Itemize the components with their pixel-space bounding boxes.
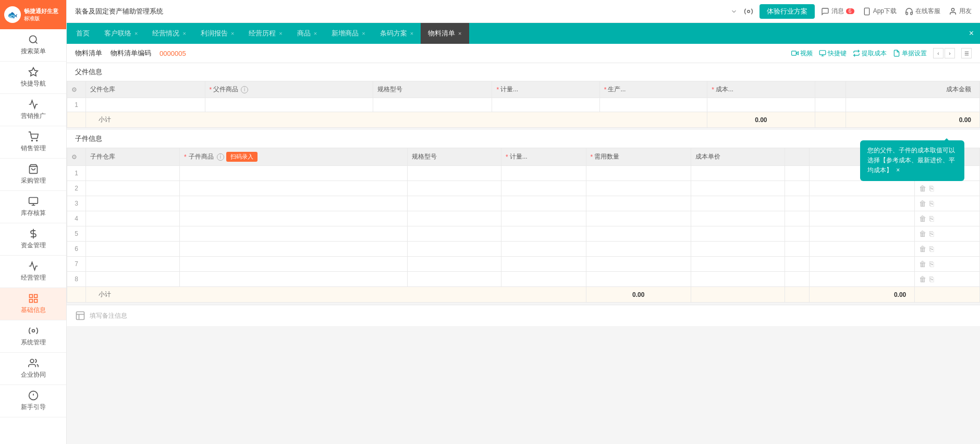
child-row-3-quantity[interactable] (586, 196, 691, 211)
parent-row-1-cost[interactable] (707, 98, 815, 112)
sidebar-item-inventory[interactable]: 库存核算 (0, 191, 66, 223)
child-row-1-warehouse[interactable] (86, 166, 180, 181)
child-row-7-unit-price[interactable] (691, 257, 785, 272)
sidebar-item-search[interactable]: 搜索菜单 (0, 29, 66, 62)
sidebar-item-system[interactable]: 系统管理 (0, 320, 66, 353)
child-row-7-measure[interactable] (501, 257, 586, 272)
child-row-4-spec[interactable] (407, 211, 501, 226)
child-row-7-delete-icon[interactable]: 🗑 (919, 260, 926, 268)
child-row-1-quantity[interactable] (586, 166, 691, 181)
next-arrow[interactable]: › (945, 48, 955, 58)
child-row-8-copy-icon[interactable]: ⎘ (929, 275, 934, 283)
child-row-3-warehouse[interactable] (86, 196, 180, 211)
child-row-6-spec[interactable] (407, 242, 501, 257)
child-row-2-unit-price[interactable] (691, 181, 785, 196)
child-row-5-product[interactable] (180, 226, 408, 242)
tab-new-product[interactable]: 新增商品 × (324, 23, 372, 44)
parent-row-1-product[interactable] (205, 98, 373, 112)
parent-product-info[interactable]: i (241, 86, 248, 93)
trial-button[interactable]: 体验行业方案 (760, 4, 815, 19)
single-settings-link[interactable]: 单据设置 (893, 49, 927, 58)
child-row-6-delete-icon[interactable]: 🗑 (919, 245, 926, 253)
tab-products-close[interactable]: × (314, 30, 317, 37)
prev-arrow[interactable]: ‹ (933, 48, 944, 58)
child-row-5-copy-icon[interactable]: ⎘ (929, 230, 934, 238)
child-row-7-quantity[interactable] (586, 257, 691, 272)
child-row-1-product[interactable] (180, 166, 408, 181)
child-row-8-spec[interactable] (407, 272, 501, 287)
view-link[interactable]: 视频 (791, 49, 813, 58)
child-row-3-unit-price[interactable] (691, 196, 785, 211)
child-row-5-unit-price[interactable] (691, 226, 785, 242)
sidebar-item-basic-info[interactable]: 基础信息 (0, 288, 66, 320)
online-service-button[interactable]: 在线客服 (905, 7, 940, 16)
child-row-5-spec[interactable] (407, 226, 501, 242)
child-row-2-warehouse[interactable] (86, 181, 180, 196)
sidebar-item-sales[interactable]: 销售管理 (0, 126, 66, 159)
child-row-7-spec[interactable] (407, 257, 501, 272)
child-row-8-warehouse[interactable] (86, 272, 180, 287)
user-button[interactable]: 用友 (949, 7, 972, 16)
child-row-4-product[interactable] (180, 211, 408, 226)
extract-cost-link[interactable]: 提取成本 (853, 49, 887, 58)
app-download-button[interactable]: App下载 (863, 7, 897, 16)
child-row-7-copy-icon[interactable]: ⎘ (929, 260, 934, 268)
child-product-info[interactable]: i (217, 153, 224, 161)
child-row-5-measure[interactable] (501, 226, 586, 242)
sidebar-item-quick-nav[interactable]: 快捷导航 (0, 62, 66, 94)
child-row-5-delete-icon[interactable]: 🗑 (919, 230, 926, 238)
tab-profit-close[interactable]: × (231, 30, 234, 37)
child-row-2-delete-icon[interactable]: 🗑 (919, 184, 926, 193)
child-row-6-quantity[interactable] (586, 242, 691, 257)
tab-customer[interactable]: 客户联络 × (97, 23, 145, 44)
child-row-2-measure[interactable] (501, 181, 586, 196)
parent-gear-icon[interactable]: ⚙ (71, 86, 77, 93)
sidebar-item-marketing[interactable]: 营销推广 (0, 94, 66, 126)
sidebar-item-guide[interactable]: 新手引导 (0, 385, 66, 417)
tab-new-product-close[interactable]: × (362, 30, 365, 37)
child-row-1-unit-price[interactable] (691, 166, 785, 181)
close-all-tabs[interactable]: × (969, 29, 974, 38)
tab-barcode[interactable]: 条码方案 × (373, 23, 421, 44)
shortcut-link[interactable]: 快捷键 (819, 49, 847, 58)
tab-home[interactable]: 首页 (69, 23, 97, 44)
child-row-6-product[interactable] (180, 242, 408, 257)
child-row-3-delete-icon[interactable]: 🗑 (919, 199, 926, 208)
dropdown-icon[interactable] (730, 8, 738, 15)
child-row-1-measure[interactable] (501, 166, 586, 181)
child-row-4-measure[interactable] (501, 211, 586, 226)
child-row-4-unit-price[interactable] (691, 211, 785, 226)
tab-business[interactable]: 经营情况 × (145, 23, 193, 44)
child-row-2-product[interactable] (180, 181, 408, 196)
child-gear-icon[interactable]: ⚙ (71, 153, 77, 161)
child-row-8-delete-icon[interactable]: 🗑 (919, 275, 926, 283)
message-button[interactable]: 消息 6 (821, 7, 854, 16)
tab-business-close[interactable]: × (182, 30, 186, 37)
child-row-2-spec[interactable] (407, 181, 501, 196)
child-row-3-product[interactable] (180, 196, 408, 211)
child-row-3-measure[interactable] (501, 196, 586, 211)
parent-row-1-production[interactable] (599, 98, 707, 112)
child-row-4-copy-icon[interactable]: ⎘ (929, 214, 934, 223)
child-row-7-warehouse[interactable] (86, 257, 180, 272)
child-row-4-warehouse[interactable] (86, 211, 180, 226)
tab-bom[interactable]: 物料清单 × (421, 23, 469, 44)
tab-barcode-close[interactable]: × (410, 30, 413, 37)
child-row-5-warehouse[interactable] (86, 226, 180, 242)
parent-row-1-spec[interactable] (373, 98, 492, 112)
child-row-2-copy-icon[interactable]: ⎘ (929, 184, 934, 193)
tab-products[interactable]: 商品 × (290, 23, 324, 44)
settings-icon[interactable] (744, 7, 753, 16)
child-row-6-copy-icon[interactable]: ⎘ (929, 245, 934, 253)
child-row-3-spec[interactable] (407, 196, 501, 211)
child-row-8-measure[interactable] (501, 272, 586, 287)
tab-history-close[interactable]: × (279, 30, 282, 37)
child-row-8-quantity[interactable] (586, 272, 691, 287)
child-row-4-quantity[interactable] (586, 211, 691, 226)
child-row-4-delete-icon[interactable]: 🗑 (919, 214, 926, 223)
child-row-5-quantity[interactable] (586, 226, 691, 242)
child-row-7-product[interactable] (180, 257, 408, 272)
parent-row-1-warehouse[interactable] (86, 98, 205, 112)
parent-row-1-measure[interactable] (492, 98, 599, 112)
tab-bom-close[interactable]: × (458, 30, 461, 37)
